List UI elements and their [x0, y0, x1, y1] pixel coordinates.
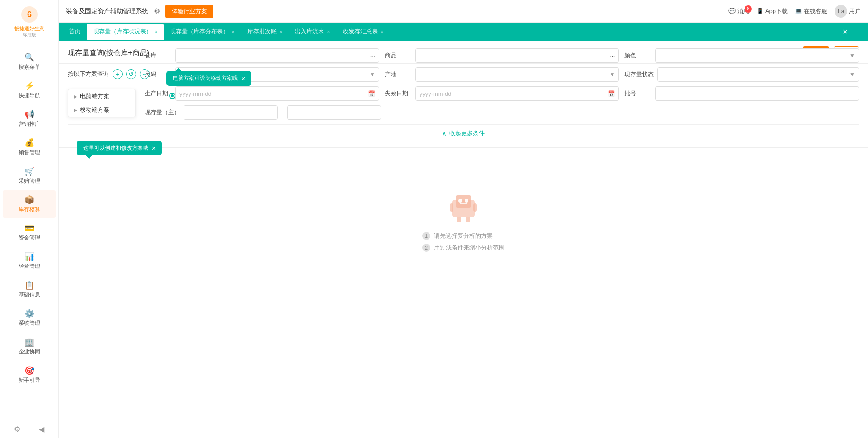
topbar: 装备及固定资产辅助管理系统 ⚙ 体验行业方案 💬 消息 6 📱 App下载 💻 … — [59, 0, 868, 23]
tab-close-inventory-status[interactable]: × — [155, 29, 157, 34]
sidebar-item-marketing[interactable]: 📢 营销推广 — [3, 105, 56, 132]
fullscreen-icon[interactable]: ⛶ — [854, 26, 864, 38]
collapse-bar[interactable]: ∧ 收起更多条件 — [68, 124, 859, 142]
operations-icon: 📊 — [24, 252, 34, 262]
produce-date-label: 生产日期 — [145, 89, 172, 98]
scheme-item-mobile[interactable]: ▶ 移动端方案 — [68, 103, 135, 117]
notice-count-badge: 6 — [745, 5, 752, 13]
color-label: 颜色 — [624, 52, 651, 60]
sidebar-item-enterprise[interactable]: 🏢 企业协同 — [3, 333, 56, 360]
topbar-right: 💬 消息 6 📱 App下载 💻 在线客服 Ea 用户 — [728, 5, 861, 18]
main-area: 装备及固定资产辅助管理系统 ⚙ 体验行业方案 💬 消息 6 📱 App下载 💻 … — [59, 0, 868, 438]
goods-select[interactable]: ··· — [415, 48, 619, 63]
sidebar-item-operations[interactable]: 📊 经营管理 — [3, 247, 56, 275]
scheme-item-pc[interactable]: ▶ 电脑端方案 — [68, 89, 135, 103]
quantity-range: — — [184, 105, 381, 120]
notice-button[interactable]: 💬 消息 6 — [728, 7, 749, 15]
tab-close-summary[interactable]: × — [381, 29, 383, 34]
filter-label: 按以下方案查询 — [68, 70, 109, 78]
tab-summary[interactable]: 收发存汇总表 × — [336, 24, 390, 40]
empty-illustration — [443, 184, 484, 225]
sidebar: 6 畅捷通好生意 标准版 🔍 搜索菜单 ⚡ 快捷导航 📢 营销推广 💰 销售管理… — [0, 0, 59, 438]
tab-inventory-status[interactable]: 现存量（库存状况表） × — [87, 24, 164, 40]
collapse-label: 收起更多条件 — [449, 129, 485, 137]
tab-inout[interactable]: 出入库流水 × — [288, 24, 336, 40]
sales-icon: 💰 — [24, 138, 34, 148]
tip-num-2: 2 — [422, 244, 430, 252]
highlight-dot — [170, 94, 175, 98]
calendar2-icon: 📅 — [608, 90, 615, 97]
sidebar-item-finance[interactable]: 💳 资金管理 — [3, 219, 56, 246]
quantity-max-input[interactable] — [287, 105, 381, 120]
topbar-gear-icon[interactable]: ⚙ — [154, 7, 160, 15]
quantity-label: 现存量（主） — [145, 108, 180, 117]
tab-inventory-dist[interactable]: 现存量（库存分布表） × — [164, 24, 241, 40]
tab-close-inout[interactable]: × — [327, 29, 330, 34]
system-name: 装备及固定资产辅助管理系统 — [66, 7, 148, 15]
svg-rect-10 — [466, 217, 470, 222]
svg-rect-9 — [457, 217, 461, 222]
sidebar-item-basic[interactable]: 📋 基础信息 — [3, 276, 56, 303]
expire-date-input[interactable]: yyyy-mm-dd 📅 — [415, 86, 619, 101]
filter-row-3: 生产日期 yyyy-mm-dd 📅 失效日期 yyyy-mm-dd — [145, 86, 859, 101]
tip-num-1: 1 — [422, 232, 430, 240]
quantity-min-input[interactable] — [184, 105, 278, 120]
tab-close-batch[interactable]: × — [279, 29, 282, 34]
warehouse-select[interactable]: ··· — [175, 48, 379, 63]
warehouse-label: 仓库 — [145, 52, 172, 60]
filter-batch-field: 批号 — [624, 86, 859, 101]
search-icon: 🔍 — [24, 52, 34, 62]
svg-text:6: 6 — [27, 10, 31, 19]
svg-rect-3 — [456, 195, 471, 208]
calendar-icon: 📅 — [368, 90, 375, 97]
close-tab-icon[interactable]: ✕ — [840, 26, 850, 38]
tooltip2-close-button[interactable]: × — [152, 145, 156, 152]
tabbar: 首页 现存量（库存状况表） × 现存量（库存分布表） × 库存批次账 × 出入库… — [59, 23, 868, 41]
tab-close-inventory-dist[interactable]: × — [231, 29, 234, 34]
tabbar-end: ✕ ⛶ — [840, 26, 864, 38]
notice-icon: 💬 — [728, 8, 736, 14]
add-scheme-button[interactable]: + — [113, 69, 123, 79]
origin-select[interactable]: ▼ — [415, 67, 619, 82]
app-logo-icon: 6 — [20, 5, 38, 24]
sidebar-item-guide[interactable]: 🎯 新手引导 — [3, 361, 56, 389]
user-avatar-button[interactable]: Ea 用户 — [835, 5, 861, 18]
online-service-button[interactable]: 💻 在线客服 — [795, 7, 827, 15]
origin-select-arrow: ▼ — [609, 71, 615, 78]
refresh-scheme-button[interactable]: ↺ — [126, 69, 136, 79]
finance-icon: 💳 — [24, 223, 34, 233]
basic-icon: 📋 — [24, 280, 34, 290]
settings-footer-icon[interactable]: ⚙ — [14, 425, 20, 433]
page-title: 现存量查询(按仓库+商品) — [68, 48, 149, 58]
sidebar-item-sales[interactable]: 💰 销售管理 — [3, 133, 56, 161]
tooltip1-close-button[interactable]: × — [241, 75, 245, 82]
sidebar-item-inventory[interactable]: 📦 库存核算 — [3, 190, 56, 218]
empty-tip-1: 1 请先选择要分析的方案 — [422, 232, 505, 240]
user-avatar: Ea — [835, 5, 847, 18]
scheme-panel: ▶ 电脑端方案 ▶ 移动端方案 — [68, 89, 136, 117]
sidebar-item-quick[interactable]: ⚡ 快捷导航 — [3, 76, 56, 104]
topbar-left: 装备及固定资产辅助管理系统 ⚙ 体验行业方案 — [66, 5, 213, 18]
color-select[interactable]: ▼ — [655, 48, 859, 63]
app-download-button[interactable]: 📱 App下载 — [756, 7, 788, 15]
filter-goods-field: 商品 ··· — [385, 48, 619, 63]
filter-expire-date-field: 失效日期 yyyy-mm-dd 📅 — [385, 86, 619, 101]
batch-input[interactable] — [655, 86, 859, 101]
trial-industry-button[interactable]: 体验行业方案 — [165, 5, 213, 18]
produce-date-input[interactable]: yyyy-mm-dd 📅 — [175, 86, 379, 101]
tab-batch[interactable]: 库存批次账 × — [241, 24, 288, 40]
svg-rect-8 — [473, 203, 477, 212]
add-icon: + — [116, 71, 119, 78]
app-icon: 📱 — [756, 8, 764, 14]
status-select[interactable]: ▼ — [657, 67, 859, 82]
tab-home[interactable]: 首页 — [62, 28, 87, 36]
sidebar-footer: ⚙ ◀ — [0, 420, 58, 438]
filter-color-field: 颜色 ▼ — [624, 48, 859, 63]
inventory-icon: 📦 — [24, 195, 34, 205]
sidebar-item-search[interactable]: 🔍 搜索菜单 — [3, 48, 56, 75]
collapse-sidebar-icon[interactable]: ◀ — [39, 425, 44, 433]
sidebar-item-system[interactable]: ⚙️ 系统管理 — [3, 304, 56, 332]
purchase-icon: 🛒 — [24, 166, 34, 176]
sidebar-item-purchase[interactable]: 🛒 采购管理 — [3, 162, 56, 189]
color-select-arrow: ▼ — [849, 52, 855, 59]
